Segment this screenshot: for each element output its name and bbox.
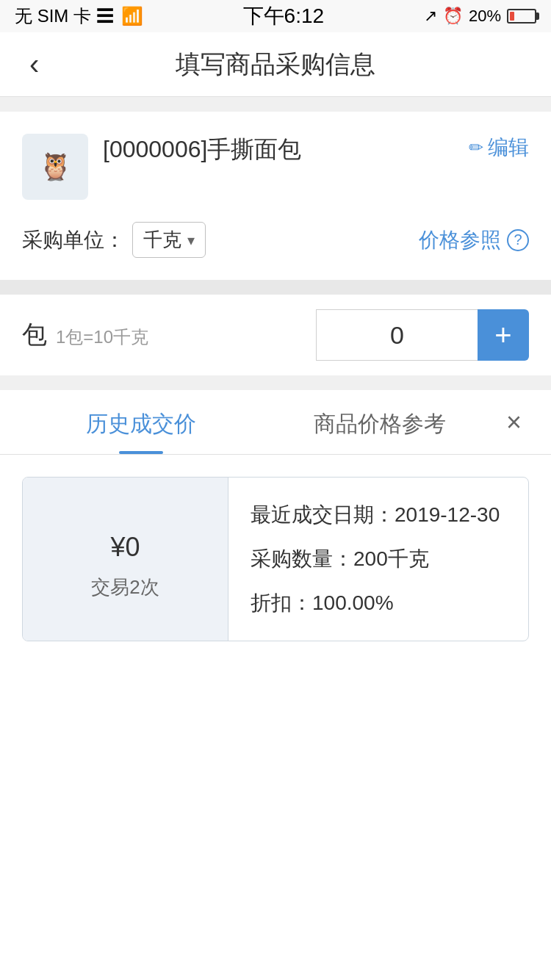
- back-button[interactable]: ‹: [22, 40, 46, 88]
- unit-select[interactable]: 千克 ▾: [132, 222, 206, 258]
- quantity-value-detail: 200千克: [353, 547, 429, 570]
- alarm-icon: ⏰: [443, 7, 463, 26]
- product-unit-row: 采购单位： 千克 ▾ 价格参照 ?: [22, 222, 529, 258]
- recent-date-row: 最近成交日期：2019-12-30: [251, 500, 506, 530]
- carrier-text: 无 SIM 卡 ☰: [15, 4, 114, 28]
- product-name-wrap: [0000006]手撕面包: [103, 134, 301, 166]
- discount-value: 100.00%: [312, 591, 394, 614]
- price-reference-button[interactable]: 价格参照 ?: [419, 226, 529, 254]
- price-left-panel: ¥0 交易2次: [23, 478, 228, 641]
- price-trades: 交易2次: [91, 574, 159, 600]
- unit-value: 千克: [143, 227, 181, 253]
- product-name: [0000006]手撕面包: [103, 132, 301, 162]
- unit-left: 采购单位： 千克 ▾: [22, 222, 206, 258]
- battery-icon: [507, 9, 536, 24]
- price-card: ¥0 交易2次 最近成交日期：2019-12-30 采购数量：200千克 折扣：…: [22, 477, 529, 641]
- dropdown-arrow-icon: ▾: [187, 231, 195, 249]
- owl-icon: 🦉: [39, 151, 72, 182]
- tab-section: 历史成交价 商品价格参考 × ¥0 交易2次 最近成交日期：2019-12-30…: [0, 390, 551, 663]
- quantity-row: 包 1包=10千克 0 +: [0, 295, 551, 375]
- tab-header: 历史成交价 商品价格参考 ×: [0, 390, 551, 455]
- edit-icon: ✏: [469, 137, 483, 158]
- product-title: 手撕面包: [207, 136, 301, 162]
- quantity-input-wrap: 0 +: [316, 309, 529, 361]
- unit-label: 采购单位：: [22, 226, 125, 254]
- page-title: 填写商品采购信息: [176, 48, 375, 82]
- quantity-plus-button[interactable]: +: [478, 309, 529, 361]
- quantity-value: 0: [390, 321, 404, 350]
- discount-row: 折扣：100.00%: [251, 588, 506, 619]
- product-card: 🦉 [0000006]手撕面包 ✏ 编辑 采购单位： 千克 ▾ 价格参照 ?: [0, 112, 551, 280]
- product-code: [0000006]: [103, 136, 207, 162]
- divider: [0, 280, 551, 295]
- edit-label: 编辑: [488, 134, 529, 162]
- price-content: ¥0 交易2次 最近成交日期：2019-12-30 采购数量：200千克 折扣：…: [0, 455, 551, 663]
- product-left: 🦉 [0000006]手撕面包: [22, 134, 301, 200]
- quantity-hint: 1包=10千克: [56, 325, 148, 349]
- tab-product-price-ref[interactable]: 商品价格参考: [260, 390, 498, 454]
- discount-label: 折扣：: [251, 591, 312, 614]
- status-left: 无 SIM 卡 ☰ 📶: [15, 4, 143, 28]
- status-bar: 无 SIM 卡 ☰ 📶 下午6:12 ↗ ⏰ 20%: [0, 0, 551, 32]
- tab-close-button[interactable]: ×: [499, 400, 529, 445]
- wifi-icon: 📶: [121, 6, 143, 26]
- quantity-unit: 包: [22, 318, 47, 352]
- quantity-label: 采购数量：: [251, 547, 353, 570]
- quantity-input[interactable]: 0: [316, 309, 478, 361]
- currency-symbol: ¥: [110, 532, 125, 562]
- recent-date-label: 最近成交日期：: [251, 503, 395, 526]
- battery-percent: 20%: [469, 7, 501, 26]
- price-ref-label: 价格参照: [419, 226, 501, 254]
- edit-button[interactable]: ✏ 编辑: [469, 134, 529, 162]
- product-thumbnail: 🦉: [22, 134, 88, 200]
- nav-bar: ‹ 填写商品采购信息: [0, 32, 551, 97]
- purchase-qty-row: 采购数量：200千克: [251, 544, 506, 574]
- quantity-label-wrap: 包 1包=10千克: [22, 318, 148, 352]
- help-icon: ?: [507, 229, 529, 251]
- plus-icon: +: [494, 319, 511, 352]
- recent-date-value: 2019-12-30: [395, 503, 500, 526]
- bottom-space: [0, 663, 551, 980]
- tab-history-price[interactable]: 历史成交价: [22, 390, 260, 454]
- price-right-panel: 最近成交日期：2019-12-30 采购数量：200千克 折扣：100.00%: [228, 478, 528, 641]
- product-header: 🦉 [0000006]手撕面包 ✏ 编辑: [22, 134, 529, 200]
- status-right: ↗ ⏰ 20%: [424, 7, 536, 26]
- location-icon: ↗: [424, 7, 437, 26]
- tab2-label: 商品价格参考: [314, 411, 446, 436]
- time-display: 下午6:12: [243, 2, 325, 30]
- tab1-label: 历史成交价: [86, 411, 196, 436]
- price-amount: ¥0: [110, 518, 140, 566]
- amount-value: 0: [126, 532, 140, 562]
